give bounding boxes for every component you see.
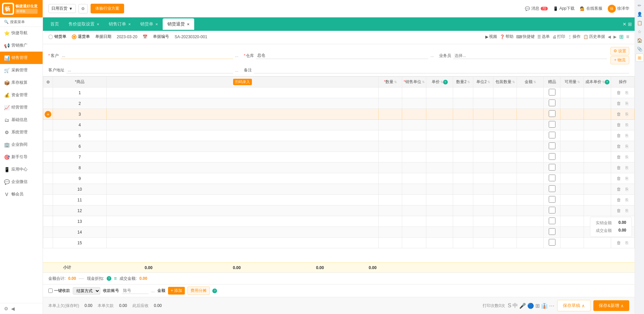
row-pack-cell[interactable] bbox=[493, 109, 517, 120]
row-copy-btn[interactable]: ⎘ bbox=[624, 197, 630, 203]
row-gift-cell[interactable] bbox=[544, 87, 560, 98]
row-amount-cell[interactable] bbox=[517, 173, 544, 184]
row-pack-cell[interactable] bbox=[493, 120, 517, 130]
row-copy-btn[interactable]: ⎘ bbox=[624, 240, 630, 246]
row-amount-cell[interactable] bbox=[517, 87, 544, 98]
row-product-cell[interactable] bbox=[107, 195, 379, 205]
row-cost-cell[interactable] bbox=[584, 98, 611, 109]
row-gift-cell[interactable] bbox=[544, 184, 560, 195]
row-copy-btn[interactable]: ⎘ bbox=[624, 186, 630, 193]
row-unit-cell[interactable] bbox=[402, 87, 426, 98]
row-copy-btn[interactable]: ⎘ bbox=[624, 207, 630, 214]
cost-info-icon[interactable]: ? bbox=[605, 80, 609, 84]
row-available-cell[interactable] bbox=[560, 216, 584, 227]
row-unit-cell[interactable] bbox=[402, 163, 426, 173]
topbar-settings-btn[interactable]: ⚙ bbox=[78, 4, 88, 13]
row-cost-cell[interactable] bbox=[584, 141, 611, 152]
row-delete-btn[interactable]: 🗑 bbox=[615, 207, 622, 214]
row-unit-cell[interactable] bbox=[402, 227, 426, 238]
row-qty-cell[interactable] bbox=[379, 216, 402, 227]
row-copy-btn[interactable]: ⎘ bbox=[624, 154, 630, 161]
row-delete-btn[interactable]: 🗑 bbox=[615, 240, 622, 246]
view-detail-icon[interactable]: ≡ bbox=[626, 34, 629, 40]
row-unit-cell[interactable] bbox=[402, 152, 426, 163]
tab-expand-icon[interactable]: ⊞ bbox=[628, 21, 632, 27]
sidebar-item-inventory[interactable]: 📦 库存核算 bbox=[0, 76, 43, 89]
row-delete-btn[interactable]: 🗑 bbox=[615, 175, 622, 182]
row-cost-cell[interactable] bbox=[584, 152, 611, 163]
row-amount-cell[interactable] bbox=[517, 141, 544, 152]
row-qty-cell[interactable] bbox=[379, 195, 402, 205]
row-unit-cell[interactable] bbox=[402, 109, 426, 120]
row-price-cell[interactable] bbox=[426, 152, 453, 163]
row-price-cell[interactable] bbox=[426, 120, 453, 130]
add-row-btn[interactable]: + bbox=[45, 111, 51, 118]
row-cost-cell[interactable] bbox=[584, 184, 611, 195]
row-unit-cell[interactable] bbox=[402, 130, 426, 141]
one-click-payment[interactable]: 一键收款 bbox=[48, 288, 70, 294]
row-product-cell[interactable] bbox=[107, 163, 379, 173]
row-gift-cell[interactable] bbox=[544, 238, 560, 248]
row-unit-cell[interactable] bbox=[402, 205, 426, 216]
row-qty2-cell[interactable] bbox=[453, 184, 473, 195]
user-item[interactable]: 徐 徐泽华 bbox=[608, 5, 629, 13]
price-info-icon[interactable]: ? bbox=[443, 80, 448, 84]
row-pack-cell[interactable] bbox=[493, 216, 517, 227]
payment-more-icon[interactable]: ... bbox=[151, 289, 155, 293]
row-unit2-cell[interactable] bbox=[473, 130, 493, 141]
row-pack-cell[interactable] bbox=[493, 141, 517, 152]
row-amount-cell[interactable] bbox=[517, 238, 544, 248]
row-product-cell[interactable] bbox=[107, 141, 379, 152]
category-select[interactable]: 日用百货 ▼ bbox=[48, 4, 76, 13]
pack-sort-icon[interactable]: ⇅ bbox=[512, 80, 515, 84]
radio-return[interactable]: 退货单 bbox=[72, 34, 90, 40]
row-delete-btn[interactable]: 🗑 bbox=[615, 122, 622, 128]
row-qty-cell[interactable] bbox=[379, 152, 402, 163]
row-gift-checkbox[interactable] bbox=[549, 207, 555, 213]
sidebar-item-quick-nav[interactable]: ⭐ 快捷导航 bbox=[0, 27, 43, 39]
row-amount-cell[interactable] bbox=[517, 184, 544, 195]
toolbar-operate[interactable]: ⋮ 操作 bbox=[568, 34, 581, 40]
row-gift-cell[interactable] bbox=[544, 141, 560, 152]
row-available-cell[interactable] bbox=[560, 163, 584, 173]
sidebar-item-enterprise[interactable]: 🏢 企业协同 bbox=[0, 138, 43, 151]
tab-sales-return-close[interactable]: ✕ bbox=[187, 22, 190, 26]
row-amount-cell[interactable] bbox=[517, 205, 544, 216]
rp-home-icon[interactable]: 🏠 bbox=[636, 36, 644, 44]
tab-price-setting[interactable]: 售价提取设置 ✕ bbox=[64, 18, 104, 30]
row-unit2-cell[interactable] bbox=[473, 227, 493, 238]
row-gift-cell[interactable] bbox=[544, 152, 560, 163]
row-qty-cell[interactable] bbox=[379, 87, 402, 98]
row-available-cell[interactable] bbox=[560, 130, 584, 141]
row-available-cell[interactable] bbox=[560, 227, 584, 238]
row-unit2-cell[interactable] bbox=[473, 87, 493, 98]
tab-sales-order[interactable]: 销售订单 ✕ bbox=[104, 18, 136, 30]
row-price-cell[interactable] bbox=[426, 109, 453, 120]
qty-sort-icon[interactable]: ⇅ bbox=[394, 80, 397, 84]
row-gift-checkbox[interactable] bbox=[549, 110, 555, 117]
row-qty-cell[interactable] bbox=[379, 141, 402, 152]
row-qty-cell[interactable] bbox=[379, 173, 402, 184]
row-unit-cell[interactable] bbox=[402, 173, 426, 184]
sidebar-item-system[interactable]: ⚙ 系统管理 bbox=[0, 126, 43, 138]
row-cost-cell[interactable] bbox=[584, 163, 611, 173]
row-unit2-cell[interactable] bbox=[473, 184, 493, 195]
row-delete-btn[interactable]: 🗑 bbox=[615, 143, 622, 150]
row-qty2-cell[interactable] bbox=[453, 109, 473, 120]
remark-input[interactable] bbox=[254, 67, 629, 73]
row-price-cell[interactable] bbox=[426, 163, 453, 173]
row-gift-cell[interactable] bbox=[544, 120, 560, 130]
row-gift-cell[interactable] bbox=[544, 227, 560, 238]
row-gift-cell[interactable] bbox=[544, 216, 560, 227]
save-draft-btn[interactable]: 保存草稿 ∧ bbox=[557, 300, 591, 311]
row-pack-cell[interactable] bbox=[493, 205, 517, 216]
row-available-cell[interactable] bbox=[560, 109, 584, 120]
row-qty-cell[interactable] bbox=[379, 205, 402, 216]
row-unit-cell[interactable] bbox=[402, 184, 426, 195]
price-sort-icon[interactable]: ⇅ bbox=[440, 80, 443, 84]
row-gift-checkbox[interactable] bbox=[549, 228, 555, 235]
row-gift-checkbox[interactable] bbox=[549, 185, 555, 192]
row-amount-cell[interactable] bbox=[517, 216, 544, 227]
customer-input[interactable] bbox=[61, 53, 233, 59]
row-copy-btn[interactable]: ⎘ bbox=[624, 175, 630, 182]
